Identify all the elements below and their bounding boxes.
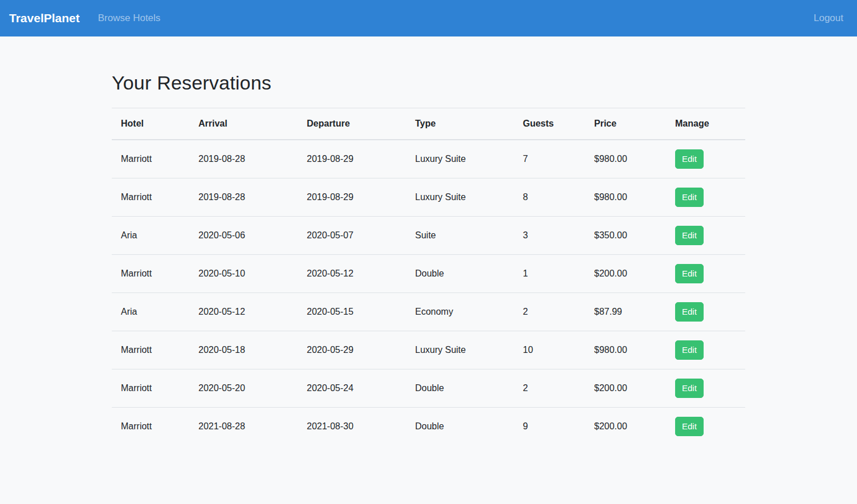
cell-departure: 2020-05-29	[298, 331, 406, 369]
cell-guests: 9	[514, 408, 585, 446]
cell-departure: 2020-05-24	[298, 369, 406, 408]
column-header-type: Type	[406, 108, 514, 140]
cell-type: Double	[406, 369, 514, 408]
cell-guests: 2	[514, 369, 585, 408]
edit-button[interactable]: Edit	[675, 149, 704, 169]
cell-type: Double	[406, 255, 514, 293]
table-row: Marriott2020-05-202020-05-24Double2$200.…	[112, 369, 745, 408]
cell-manage: Edit	[666, 140, 745, 178]
column-header-departure: Departure	[298, 108, 406, 140]
cell-guests: 2	[514, 293, 585, 331]
navbar-links-left: Browse Hotels	[94, 13, 165, 24]
cell-price: $87.99	[585, 293, 666, 331]
table-row: Marriott2019-08-282019-08-29Luxury Suite…	[112, 178, 745, 217]
cell-guests: 8	[514, 178, 585, 217]
cell-manage: Edit	[666, 331, 745, 369]
cell-price: $200.00	[585, 369, 666, 408]
cell-arrival: 2019-08-28	[189, 140, 298, 178]
cell-manage: Edit	[666, 255, 745, 293]
navbar-brand[interactable]: TravelPlanet	[9, 11, 80, 25]
cell-hotel: Marriott	[112, 369, 189, 408]
cell-departure: 2021-08-30	[298, 408, 406, 446]
cell-arrival: 2019-08-28	[189, 178, 298, 217]
cell-guests: 1	[514, 255, 585, 293]
cell-type: Economy	[406, 293, 514, 331]
cell-departure: 2019-08-29	[298, 140, 406, 178]
cell-manage: Edit	[666, 408, 745, 446]
cell-hotel: Marriott	[112, 140, 189, 178]
column-header-hotel: Hotel	[112, 108, 189, 140]
table-row: Marriott2020-05-102020-05-12Double1$200.…	[112, 255, 745, 293]
edit-button[interactable]: Edit	[675, 379, 704, 398]
cell-hotel: Aria	[112, 293, 189, 331]
cell-hotel: Marriott	[112, 331, 189, 369]
cell-departure: 2019-08-29	[298, 178, 406, 217]
cell-departure: 2020-05-15	[298, 293, 406, 331]
edit-button[interactable]: Edit	[675, 302, 704, 322]
navbar: TravelPlanet Browse Hotels Logout	[0, 0, 857, 36]
cell-price: $980.00	[585, 331, 666, 369]
column-header-arrival: Arrival	[189, 108, 298, 140]
table-row: Marriott2020-05-182020-05-29Luxury Suite…	[112, 331, 745, 369]
cell-guests: 10	[514, 331, 585, 369]
cell-departure: 2020-05-07	[298, 217, 406, 255]
cell-arrival: 2020-05-10	[189, 255, 298, 293]
cell-hotel: Marriott	[112, 408, 189, 446]
table-header-row: Hotel Arrival Departure Type Guests Pric…	[112, 108, 745, 140]
edit-button[interactable]: Edit	[675, 188, 704, 207]
table-header: Hotel Arrival Departure Type Guests Pric…	[112, 108, 745, 140]
edit-button[interactable]: Edit	[675, 417, 704, 436]
cell-hotel: Marriott	[112, 255, 189, 293]
table-row: Marriott2019-08-282019-08-29Luxury Suite…	[112, 140, 745, 178]
cell-guests: 7	[514, 140, 585, 178]
cell-manage: Edit	[666, 369, 745, 408]
cell-type: Luxury Suite	[406, 331, 514, 369]
table-row: Aria2020-05-062020-05-07Suite3$350.00Edi…	[112, 217, 745, 255]
nav-link-logout[interactable]: Logout	[809, 13, 848, 24]
cell-type: Double	[406, 408, 514, 446]
reservations-body: Marriott2019-08-282019-08-29Luxury Suite…	[112, 140, 745, 445]
cell-type: Luxury Suite	[406, 178, 514, 217]
cell-hotel: Marriott	[112, 178, 189, 217]
cell-type: Suite	[406, 217, 514, 255]
column-header-price: Price	[585, 108, 666, 140]
table-row: Aria2020-05-122020-05-15Economy2$87.99Ed…	[112, 293, 745, 331]
nav-link-browse-hotels[interactable]: Browse Hotels	[94, 13, 165, 24]
cell-manage: Edit	[666, 217, 745, 255]
main-content: Your Reservations Hotel Arrival Departur…	[112, 36, 745, 445]
reservations-table: Hotel Arrival Departure Type Guests Pric…	[112, 108, 745, 445]
cell-arrival: 2020-05-12	[189, 293, 298, 331]
cell-manage: Edit	[666, 293, 745, 331]
page-title: Your Reservations	[112, 72, 745, 94]
cell-arrival: 2020-05-06	[189, 217, 298, 255]
edit-button[interactable]: Edit	[675, 264, 704, 283]
cell-price: $350.00	[585, 217, 666, 255]
cell-price: $200.00	[585, 255, 666, 293]
cell-arrival: 2021-08-28	[189, 408, 298, 446]
cell-manage: Edit	[666, 178, 745, 217]
table-row: Marriott2021-08-282021-08-30Double9$200.…	[112, 408, 745, 446]
cell-price: $980.00	[585, 178, 666, 217]
edit-button[interactable]: Edit	[675, 226, 704, 245]
cell-arrival: 2020-05-18	[189, 331, 298, 369]
cell-price: $980.00	[585, 140, 666, 178]
column-header-manage: Manage	[666, 108, 745, 140]
column-header-guests: Guests	[514, 108, 585, 140]
cell-hotel: Aria	[112, 217, 189, 255]
cell-guests: 3	[514, 217, 585, 255]
edit-button[interactable]: Edit	[675, 340, 704, 360]
cell-arrival: 2020-05-20	[189, 369, 298, 408]
cell-departure: 2020-05-12	[298, 255, 406, 293]
cell-type: Luxury Suite	[406, 140, 514, 178]
cell-price: $200.00	[585, 408, 666, 446]
